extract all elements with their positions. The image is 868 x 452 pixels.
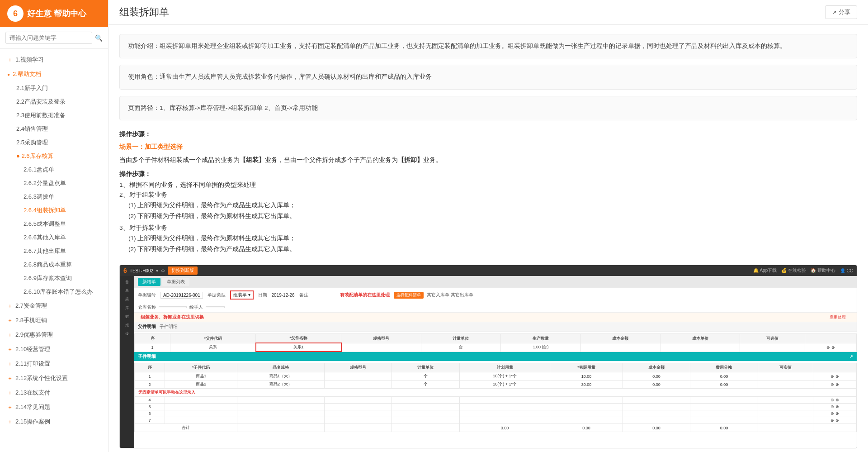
sidebar-item-docs-2-6-10[interactable]: 2.6.10库存账本错了怎么办 <box>0 285 108 299</box>
annotation2: 组装业务、拆卸业务在这里切换 <box>141 314 204 320</box>
share-button[interactable]: ↗ 分享 <box>825 5 857 19</box>
sidebar-item-docs-2-13[interactable]: ＋ 2.13在线支付 <box>0 385 108 400</box>
mock-footer-totals: 合计 0.00 0.00 0.00 0.00 <box>135 424 857 432</box>
page-title: 组装拆卸单 <box>119 5 169 19</box>
steps-label: 操作步骤： <box>119 170 857 178</box>
screenshot: 6 TEST-H002 ▾ ⚙ 切换到新版 🔔 App下载 💰 在线检验 🏠 帮… <box>119 265 857 448</box>
sidebar-item-docs-2-6-7[interactable]: 2.6.7其他出库单 <box>0 244 108 258</box>
main-content: 组装拆卸单 ↗ 分享 功能介绍：组装拆卸单用来处理企业组装或拆卸等加工业务，支持… <box>108 0 868 452</box>
mock-upper-table: 序 *父件代码 *父件名称 规格型号 计量单位 生产数量 成本金额 成本单价 可… <box>134 333 857 352</box>
sidebar-item-docs-2-15[interactable]: ＋ 2.15操作案例 <box>0 414 108 429</box>
sidebar-item-docs-2-3[interactable]: 2.3使用前数据准备 <box>0 109 108 122</box>
mock-date: 2019-12-26 <box>272 293 295 298</box>
annotation4: 无固定清单可以手动在这里录入 <box>138 390 195 395</box>
plus-icon-2-15: ＋ <box>7 418 13 426</box>
role-intro-text: 使用角色：通常由生产人员或库管人员完成拆装业务的操作，库管人员确认原材料的出库和… <box>128 73 432 80</box>
sidebar-item-label: 2.9优惠券管理 <box>15 331 53 339</box>
step3a: (1) 上部明细为父件明细，最终作为原材料生成其它出库单； <box>119 233 857 244</box>
sidebar-item-docs-2-6-2[interactable]: 2.6.2分量盘点单 <box>0 176 108 190</box>
plus-icon-2-7: ＋ <box>7 302 13 310</box>
search-button[interactable]: 🔍 <box>95 34 103 42</box>
mock-switch-btn: 切换到新版 <box>168 266 198 275</box>
mock-lower-row1: 1 商品1 商品1（大） 个 10(个) + 1*个 10.00 0.00 0.… <box>135 372 857 381</box>
sidebar-header: 6 好生意 帮助中心 <box>0 0 108 27</box>
mock-top-nav: 6 TEST-H002 ▾ ⚙ 切换到新版 🔔 App下载 💰 在线检验 🏠 帮… <box>120 265 857 276</box>
sidebar-item-docs-2-4[interactable]: 2.4销售管理 <box>0 122 108 136</box>
sidebar-item-docs-2-9[interactable]: ＋ 2.9优惠券管理 <box>0 328 108 342</box>
sidebar-item-docs-2-6-5[interactable]: 2.6.5成本调整单 <box>0 217 108 231</box>
path-intro-text: 页面路径：1、库存核算->库存管理->组装拆卸单 2、首页->常用功能 <box>128 105 318 111</box>
mock-tab-new: 新增单 <box>138 278 160 286</box>
sidebar-item-label: 2.帮助文档 <box>13 70 41 78</box>
annotation3: 启用处理 <box>830 314 846 320</box>
sidebar-item-docs-2-12[interactable]: ＋ 2.12系统个性化设置 <box>0 371 108 385</box>
mock-tab-list: 单据列表 <box>162 278 189 286</box>
mock-lower-row2: 2 商品2 商品2（大） 个 10(个) + 1*个 30.00 0.00 0.… <box>135 381 857 389</box>
plus-icon-2-12: ＋ <box>7 375 13 382</box>
scene1-title: 场景一：加工类型选择 <box>119 143 857 151</box>
plus-icon-2-8: ＋ <box>7 317 13 324</box>
sidebar-item-docs[interactable]: ● 2.帮助文档 <box>0 67 108 81</box>
sidebar-item-docs-2-14[interactable]: ＋ 2.14常见问题 <box>0 400 108 414</box>
mock-lower-table: 序 *子件代码 品名规格 规格型号 计量单位 计划用量 *实际用量 成本金额 费… <box>134 363 857 432</box>
scene1-desc: 当由多个子件材料组装成一个成品的业务为【组装】业务，当由一个父件拆分成多个子产品… <box>119 155 857 166</box>
sidebar-item-docs-2-10[interactable]: ＋ 2.10经营管理 <box>0 342 108 357</box>
mock-company: TEST-H002 <box>130 268 153 273</box>
mock-type: 组装单 ▾ <box>230 290 254 300</box>
path-intro: 页面路径：1、库存核算->库存管理->组装拆卸单 2、首页->常用功能 <box>119 96 857 120</box>
annotation1: 有装配清单的在这里处理 <box>340 292 390 297</box>
search-input[interactable] <box>5 32 92 44</box>
mock-upper-tab: 父件明细 子件明细 <box>134 322 857 332</box>
sidebar-item-docs-2-11[interactable]: ＋ 2.11打印设置 <box>0 357 108 371</box>
sidebar-item-docs-2-6[interactable]: ● 2.6库存核算 <box>0 149 108 163</box>
sidebar-item-label: 2.13在线支付 <box>15 389 50 397</box>
mock-order-no: AD-20191226-001 <box>160 292 203 299</box>
sidebar-item-docs-2-6-8[interactable]: 2.6.8商品成本重算 <box>0 258 108 271</box>
step2b: (2) 下部明细为子件明细，最终作为原材料生成其它出库单。 <box>119 211 857 222</box>
sidebar-item-docs-2-8[interactable]: ＋ 2.8手机旺铺 <box>0 313 108 328</box>
sidebar-item-docs-2-7[interactable]: ＋ 2.7资金管理 <box>0 299 108 313</box>
top-bar: 组装拆卸单 ↗ 分享 <box>108 0 868 25</box>
sidebar-item-docs-2-2[interactable]: 2.2产品安装及登录 <box>0 95 108 109</box>
sidebar-item-label: 2.14常见问题 <box>15 403 50 411</box>
sidebar-item-docs-2-6-3[interactable]: 2.6.3调拨单 <box>0 190 108 204</box>
sidebar-item-label: 2.15操作案例 <box>15 418 50 426</box>
feature-intro-text: 功能介绍：组装拆卸单用来处理企业组装或拆卸等加工业务，支持有固定装配清单的产品加… <box>128 43 786 49</box>
sidebar-item-label: 2.12系统个性化设置 <box>15 374 68 382</box>
mock-annotation4-row: 无固定清单可以手动在这里录入 <box>135 389 857 397</box>
search-box: 🔍 <box>0 27 108 49</box>
sidebar-item-label: 2.8手机旺铺 <box>15 316 47 324</box>
step3b: (2) 下部明细为子件明细，最终作为产成品生成其它入库单。 <box>119 244 857 255</box>
sidebar-item-docs-2-6-6[interactable]: 2.6.6其他入库单 <box>0 231 108 244</box>
step2: 2、对于组装业务 <box>119 191 857 199</box>
app-name: 好生意 帮助中心 <box>27 8 86 19</box>
sidebar-item-docs-2-5[interactable]: 2.5采购管理 <box>0 136 108 149</box>
share-icon: ↗ <box>832 9 837 16</box>
sidebar: 6 好生意 帮助中心 🔍 ＋ 1.视频学习 ● 2.帮助文档 2.1新手入门 2… <box>0 0 108 452</box>
sidebar-item-label: 2.7资金管理 <box>15 302 47 310</box>
logo: 6 <box>7 5 24 22</box>
sidebar-item-docs-2-6-1[interactable]: 2.6.1盘点单 <box>0 163 108 176</box>
mock-lower-header: 子件明细 ↗ <box>134 352 857 361</box>
plus-icon-2-10: ＋ <box>7 346 13 353</box>
plus-icon-2-9: ＋ <box>7 331 13 339</box>
annotation1-btn: 选择配料清单 <box>394 292 424 299</box>
plus-icon-2-14: ＋ <box>7 404 13 411</box>
feature-intro: 功能介绍：组装拆卸单用来处理企业组装或拆卸等加工业务，支持有固定装配清单的产品加… <box>119 34 857 58</box>
sidebar-item-label: 1.视频学习 <box>15 56 44 64</box>
step1: 1、根据不同的业务，选择不同单据的类型来处理 <box>119 181 857 189</box>
sidebar-item-label: 2.11打印设置 <box>15 360 50 368</box>
sidebar-item-video[interactable]: ＋ 1.视频学习 <box>0 52 108 67</box>
steps-section: 操作步骤： 场景一：加工类型选择 当由多个子件材料组装成一个成品的业务为【组装】… <box>119 127 857 265</box>
sidebar-item-docs-2-6-9[interactable]: 2.6.9库存账本查询 <box>0 271 108 285</box>
sidebar-item-docs-2-1[interactable]: 2.1新手入门 <box>0 81 108 95</box>
step2a: (1) 上部明细为父件明细，最终作为产成品生成其它入库单； <box>119 200 857 211</box>
minus-icon: ● <box>7 72 10 77</box>
mock-upper-row1: 1 关系 关系1 台 1.00 (台) ⊕ ⊗ <box>135 343 857 352</box>
step3: 3、对于拆装业务 <box>119 224 857 232</box>
sidebar-item-docs-2-6-4[interactable]: 2.6.4组装拆卸单 <box>0 204 108 217</box>
content-area: 功能介绍：组装拆卸单用来处理企业组装或拆卸等加工业务，支持有固定装配清单的产品加… <box>108 25 868 452</box>
role-intro: 使用角色：通常由生产人员或库管人员完成拆装业务的操作，库管人员确认原材料的出库和… <box>119 65 857 89</box>
plus-icon-2-13: ＋ <box>7 389 13 397</box>
steps-title: 操作步骤： <box>119 130 857 138</box>
